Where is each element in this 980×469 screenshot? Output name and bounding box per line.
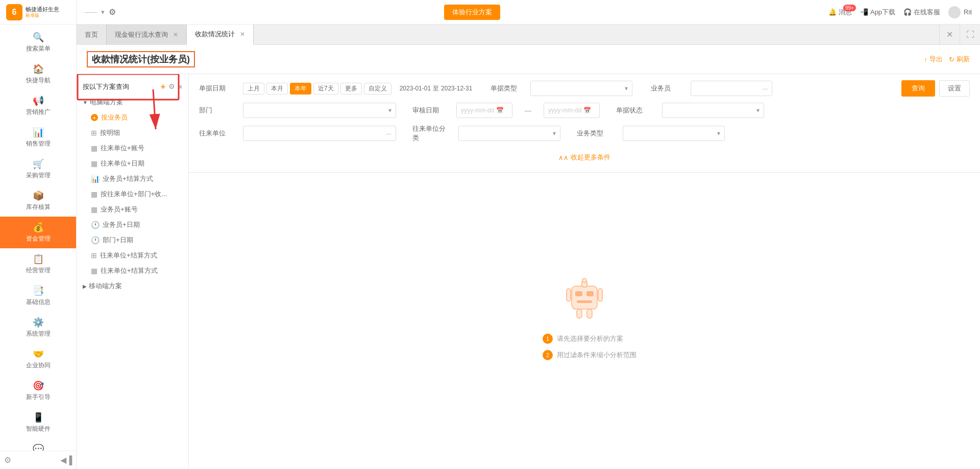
empty-tip-1: 1 请先选择要分析的方案 [543,334,636,344]
tab-home[interactable]: 首页 [77,25,107,45]
left-panel: 按以下方案查询 + ⚙ « ▼ 电脑端方案 ● 按业务员 [77,74,189,469]
sidebar-item-quicknav[interactable]: 🏠 快捷导航 [0,58,76,90]
topbar: —— ▾ ⚙ 体验行业方案 🔔 消息 99+ 📲 App下载 🎧 在线客服 Ri… [77,0,980,25]
desktop-scheme-group-title[interactable]: ▼ 电脑端方案 [77,95,188,110]
svg-rect-3 [577,300,592,303]
table-icon-1: ▦ [91,144,97,152]
add-scheme-button[interactable]: + [161,82,165,91]
mobile-scheme-group-title[interactable]: ▶ 移动端方案 [77,278,188,294]
counterpart-label: 往来单位 [199,129,235,138]
query-button[interactable]: 查询 [901,80,935,97]
tabbar: 首页 现金银行流水查询 ✕ 收款情况统计 ✕ ✕ ⛶ [77,25,980,45]
counterpart-input[interactable]: ··· [243,126,396,141]
sidebar-item-finance[interactable]: 💰 资金管理 [0,217,76,248]
counterpart-category-label: 往来单位分类 [412,124,448,143]
sidebar-item-basic[interactable]: 📑 基础信息 [0,280,76,312]
sidebar-item-guide[interactable]: 🎯 新手引导 [0,375,76,407]
export-icon: ↑ [924,56,928,63]
refresh-icon: ↻ [949,56,954,63]
content-area: 收款情况统计(按业务员) ↑ 导出 ↻ 刷新 按以下方案查询 + [77,45,980,469]
scheme-item-by-detail[interactable]: ⊞ 按明细 [77,125,188,140]
logo-icon: 6 [6,4,22,20]
empty-state: 1 请先选择要分析的方案 2 用过滤条件来缩小分析范围 [532,276,636,366]
refresh-button[interactable]: ↻ 刷新 [949,55,970,64]
topbar-dropdown-icon[interactable]: ▾ [101,8,105,16]
tab-collection-stats[interactable]: 收款情况统计 ✕ [187,25,254,45]
svg-rect-7 [598,289,602,301]
clock-icon-1: 🕐 [91,221,100,229]
date-this-year[interactable]: 本年 [290,83,311,95]
document-type-select[interactable]: ▾ [530,81,632,96]
scheme-collapse-button[interactable]: « [178,82,182,91]
dept-select[interactable]: ▾ [243,103,396,118]
doc-status-label: 单据状态 [616,106,652,115]
close-window-button[interactable]: ✕ [939,25,960,45]
counterpart-dots[interactable]: ··· [386,130,391,137]
table-icon-5: ▦ [91,267,97,275]
topbar-settings-icon[interactable]: ⚙ [109,7,116,17]
review-date-label: 审核日期 [412,106,448,115]
data-area: 1 请先选择要分析的方案 2 用过滤条件来缩小分析范围 [189,173,980,469]
salesperson-dots[interactable]: ··· [763,85,768,92]
date-quick-options: 上月 本月 本年 近7天 更多 自定义 [243,83,391,95]
app-download-link[interactable]: 📲 App下载 [860,8,895,17]
notification-badge: 99+ [843,5,856,11]
scheme-item-unit-dept[interactable]: ▦ 按往来单位+部门+收... [77,186,188,202]
date-last-7-days[interactable]: 近7天 [313,83,338,95]
sidebar-item-search[interactable]: 🔍 搜索菜单 [0,27,76,58]
sidebar-item-purchase[interactable]: 🛒 采购管理 [0,153,76,185]
sidebar-collapse-button[interactable]: ◀▐ [60,455,72,465]
sidebar-item-operations[interactable]: 📋 经营管理 [0,248,76,280]
logo-text: 畅捷通好生意 标准版 [26,6,59,19]
date-custom[interactable]: 自定义 [364,83,391,95]
sidebar-settings-button[interactable]: ⚙ [4,455,11,465]
tab-end-actions: ✕ ⛶ [939,25,980,45]
scheme-item-unit-date[interactable]: ▦ 往来单位+日期 [77,156,188,171]
salesperson-input[interactable]: ··· [691,81,772,96]
doc-status-select[interactable]: ▾ [662,103,764,118]
online-service-link[interactable]: 🎧 在线客服 [903,8,940,17]
maximize-window-button[interactable]: ⛶ [960,25,980,45]
sidebar-item-marketing[interactable]: 📢 营销推广 [0,90,76,122]
user-area[interactable]: Rit [948,6,972,18]
date-this-month[interactable]: 本月 [266,83,288,95]
svg-point-5 [582,278,586,283]
business-type-select[interactable]: ▾ [623,126,725,141]
sidebar-item-wechat[interactable]: 💬 企业微信 [0,438,76,451]
settings-button[interactable]: 设置 [939,80,970,97]
scheme-item-salesperson-settle[interactable]: 📊 业务员+结算方式 [77,171,188,186]
sidebar-item-sales[interactable]: 📊 销售管理 [0,122,76,153]
sidebar-item-hardware[interactable]: 📱 智能硬件 [0,407,76,438]
scheme-item-unit-account[interactable]: ▦ 往来单位+账号 [77,140,188,156]
sidebar-item-corp[interactable]: 🤝 企业协同 [0,343,76,375]
svg-rect-1 [575,291,582,296]
mobile-scheme-group: ▶ 移动端方案 [77,278,188,294]
table-icon-2: ▦ [91,159,97,168]
tab-bank-flow[interactable]: 现金银行流水查询 ✕ [107,25,187,45]
scheme-item-unit-settle1[interactable]: ⊞ 往来单位+结算方式 [77,248,188,263]
review-date-start[interactable]: yyyy-mm-dd 📅 [456,103,512,118]
svg-rect-2 [586,291,594,296]
review-date-end[interactable]: yyyy-mm-dd 📅 [544,103,600,118]
close-collection-stats-tab[interactable]: ✕ [240,31,245,38]
notification-area[interactable]: 🔔 消息 99+ [828,8,852,17]
scheme-item-dept-date[interactable]: 🕐 部门+日期 [77,232,188,248]
date-label: 单据日期 [199,84,235,93]
date-more[interactable]: 更多 [340,83,362,95]
active-scheme-icon: ● [91,114,98,121]
scheme-settings-button[interactable]: ⚙ [168,82,175,91]
counterpart-category-select[interactable]: ▾ [458,126,560,141]
close-bank-flow-tab[interactable]: ✕ [173,31,178,38]
trial-button[interactable]: 体验行业方案 [444,5,500,20]
sidebar-item-inventory[interactable]: 📦 库存核算 [0,185,76,217]
collapse-bar[interactable]: ∧∧ 收起更多条件 [199,149,970,166]
sidebar-item-system[interactable]: ⚙️ 系统管理 [0,312,76,343]
date-last-month[interactable]: 上月 [243,83,264,95]
svg-rect-6 [567,289,571,301]
scheme-item-salesperson-account[interactable]: ▦ 业务员+账号 [77,202,188,217]
scheme-item-unit-settle2[interactable]: ▦ 往来单位+结算方式 [77,263,188,278]
page-header: 收款情况统计(按业务员) ↑ 导出 ↻ 刷新 [77,45,980,74]
scheme-item-by-salesperson[interactable]: ● 按业务员 [77,110,188,125]
scheme-item-salesperson-date[interactable]: 🕐 业务员+日期 [77,217,188,232]
export-button[interactable]: ↑ 导出 [924,55,943,64]
